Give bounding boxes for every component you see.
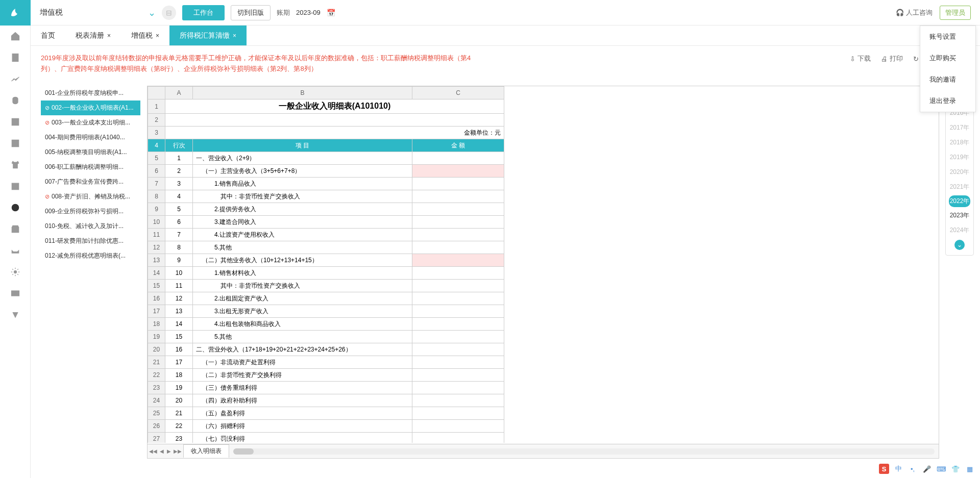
period-label: 账期 [277, 8, 290, 17]
svg-rect-6 [13, 141, 14, 143]
nav-home-icon[interactable] [0, 26, 31, 47]
chevron-down-icon[interactable]: ⌄ [148, 7, 156, 18]
tab-0[interactable]: 首页 [31, 26, 65, 45]
tab-1[interactable]: 税表清册× [65, 26, 121, 45]
content: 2019年度涉及取以前年度结转数据的申报表单元格需要手工维护正确，才能保证本年及… [31, 46, 980, 478]
hscroll[interactable] [233, 448, 935, 455]
nav-calendar-icon[interactable] [0, 175, 31, 197]
ime-bar: S 中 •, 🎤 ⌨ 👕 ▦ [879, 464, 975, 474]
sheet-tab-bar: ◀◀◀▶▶▶ 收入明细表 [148, 444, 939, 458]
form-list-item[interactable]: 009-企业所得税弥补亏损明... [41, 204, 140, 219]
tab-2[interactable]: 增值税× [121, 26, 169, 45]
ime-keyboard-icon[interactable]: ⌨ [936, 464, 946, 474]
ime-lang-icon[interactable]: 中 [893, 464, 903, 474]
form-list-item[interactable]: ⊘003-一般企业成本支出明细... [41, 115, 140, 130]
download-button[interactable]: ⇩ 下载 [850, 54, 871, 63]
form-list-item[interactable]: 011-研发费用加计扣除优惠... [41, 234, 140, 248]
period-value[interactable]: 2023-09 [296, 9, 321, 16]
print-button[interactable]: 🖨 打印 [881, 54, 903, 63]
form-list-item[interactable]: 004-期间费用明细表(A1040... [41, 130, 140, 145]
ime-logo-icon[interactable]: S [879, 464, 889, 474]
year-option[interactable]: 2018年 [946, 135, 973, 150]
sheet-nav[interactable]: ◀◀◀▶▶▶ [148, 448, 183, 454]
svg-point-9 [12, 204, 18, 211]
menu-account-settings[interactable]: 账号设置 [920, 26, 975, 47]
nav-inbox-icon[interactable] [0, 240, 31, 261]
nav-doc-icon[interactable] [0, 47, 31, 68]
svg-rect-7 [12, 183, 18, 190]
warn-icon: ⊘ [45, 193, 50, 200]
year-option[interactable]: 2017年 [946, 120, 973, 135]
nav-chart-icon[interactable] [0, 68, 31, 90]
year-panel: 2016年2017年2018年2019年2020年2021年2022年2023年… [945, 102, 974, 256]
menu-logout[interactable]: 退出登录 [920, 90, 975, 112]
svg-rect-10 [12, 228, 18, 233]
tab-close-icon[interactable]: × [156, 32, 159, 39]
nav-archive-icon[interactable] [0, 218, 31, 240]
year-option[interactable]: 2019年 [946, 150, 973, 165]
form-list-item[interactable]: 010-免税、减计收入及加计... [41, 219, 140, 234]
svg-rect-3 [12, 118, 18, 125]
tabs-bar: 首页税表清册×增值税×所得税汇算清缴× [31, 26, 980, 46]
warning-text: 2019年度涉及取以前年度结转数据的申报表单元格需要手工维护正确，才能保证本年及… [31, 46, 490, 81]
sheet-scroll[interactable]: ABC1一般企业收入明细表(A101010)23金额单位：元4行次项 目金 额5… [148, 86, 939, 443]
form-list-item[interactable]: ⊘002-一般企业收入明细表(A1... [41, 100, 140, 115]
tab-close-icon[interactable]: × [107, 32, 111, 39]
form-list-item[interactable]: ⊘008-资产折旧、摊销及纳税... [41, 189, 140, 204]
form-list-item[interactable]: 012-减免所得税优惠明细表(... [41, 248, 140, 263]
spreadsheet: ABC1一般企业收入明细表(A101010)23金额单位：元4行次项 目金 额5… [147, 86, 939, 459]
year-option[interactable]: 2020年 [946, 165, 973, 180]
form-list: 001-企业所得税年度纳税申...⊘002-一般企业收入明细表(A1...⊘00… [41, 86, 140, 463]
top-bar: 增值税 ⌄ ⊟ 工作台 切到旧版 账期 2023-09 📅 🎧 人工咨询 管理员 [31, 0, 980, 26]
nav-v-icon[interactable] [0, 304, 31, 325]
switch-old-button[interactable]: 切到旧版 [231, 5, 271, 20]
tab-close-icon[interactable]: × [233, 32, 236, 39]
menu-my-invite[interactable]: 我的邀请 [920, 69, 975, 90]
ime-mic-icon[interactable]: 🎤 [922, 464, 932, 474]
form-list-item[interactable]: 006-职工薪酬纳税调整明细... [41, 160, 140, 174]
year-option[interactable]: 2024年 [946, 223, 973, 238]
app-title[interactable]: 增值税 [40, 8, 142, 17]
consult-label: 人工咨询 [906, 8, 933, 17]
nav-form-icon[interactable] [0, 133, 31, 154]
consult-button[interactable]: 🎧 人工咨询 [896, 8, 933, 17]
form-list-item[interactable]: 007-广告费和业务宣传费跨... [41, 174, 140, 189]
nav-report-icon[interactable] [0, 111, 31, 133]
year-more-icon[interactable]: ⌄ [946, 238, 973, 252]
admin-button[interactable]: 管理员 [940, 6, 971, 20]
sheet-tab[interactable]: 收入明细表 [183, 444, 229, 458]
form-list-item[interactable]: 001-企业所得税年度纳税申... [41, 86, 140, 100]
warn-icon: ⊘ [45, 105, 50, 111]
year-option[interactable]: 2022年 [949, 195, 970, 207]
left-sidebar [0, 0, 31, 478]
warn-icon: ⊘ [45, 119, 50, 126]
form-list-item[interactable]: 005-纳税调整项目明细表(A1... [41, 145, 140, 160]
nav-settings-icon[interactable] [0, 261, 31, 283]
year-option[interactable]: 2023年 [946, 208, 973, 223]
svg-point-11 [14, 271, 16, 273]
workspace-button[interactable]: 工作台 [182, 5, 225, 20]
tab-3[interactable]: 所得税汇算清缴× [169, 26, 247, 45]
ime-skin-icon[interactable]: 👕 [950, 464, 961, 474]
ime-punct-icon[interactable]: •, [908, 464, 918, 474]
nav-money-icon[interactable] [0, 90, 31, 111]
ime-grid-icon[interactable]: ▦ [965, 464, 975, 474]
app-logo[interactable] [0, 0, 31, 26]
menu-buy-now[interactable]: 立即购买 [920, 47, 975, 69]
status-circle-icon[interactable]: ⊟ [162, 6, 176, 20]
user-dropdown: 账号设置 立即购买 我的邀请 退出登录 [920, 26, 976, 112]
nav-video-icon[interactable] [0, 283, 31, 304]
nav-tax-icon[interactable] [0, 197, 31, 218]
year-option[interactable]: 2021年 [946, 180, 973, 194]
nav-shirt-icon[interactable] [0, 154, 31, 175]
calendar-icon[interactable]: 📅 [327, 9, 335, 17]
